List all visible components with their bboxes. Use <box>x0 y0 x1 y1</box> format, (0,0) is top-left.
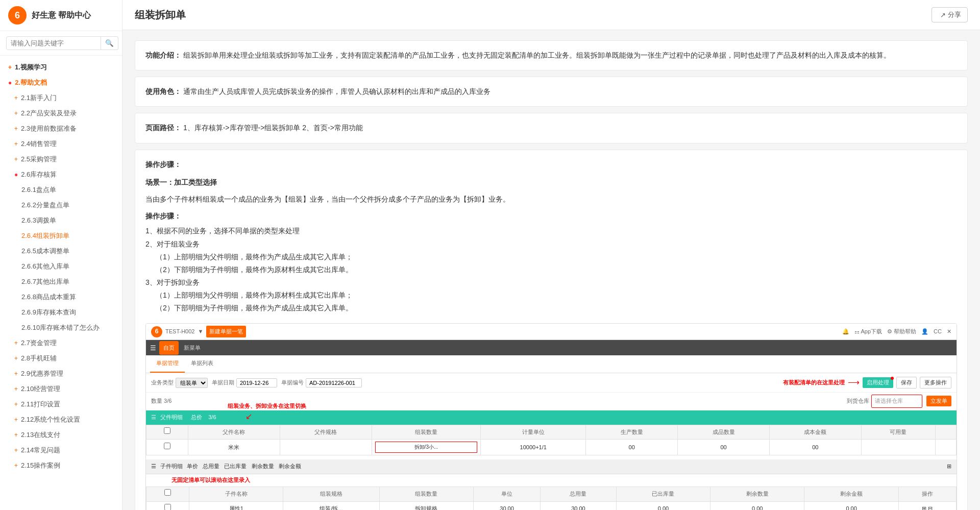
ss-num-label: 单据编号 <box>281 378 304 388</box>
page-title: 组装拆卸单 <box>135 8 186 22</box>
sidebar-item-coupon[interactable]: + 2.9优惠券管理 <box>0 366 122 381</box>
sidebar-item-finance[interactable]: + 2.7资金管理 <box>0 335 122 351</box>
ss-col2-check <box>146 487 189 502</box>
sidebar-item-other-in[interactable]: 2.6.6其他入库单 <box>0 259 122 274</box>
ss-col-assemble-qty: 组装数量 <box>372 425 481 440</box>
ss-td-cost: 00 <box>769 440 861 455</box>
sidebar: 6 好生意 帮助中心 🔍 + 1.视频学习 ● 2.帮助文档 + 2.1新手入门… <box>0 0 122 510</box>
ss-td-aqty: 拆卸/3小... 启用处理 <box>372 440 481 455</box>
ss-select-all[interactable] <box>164 427 170 434</box>
ss-tab-doc-mgr[interactable]: 单据管理 <box>150 355 185 373</box>
content-area: 功能介绍： 组装拆卸单用来处理企业组装或拆卸等加工业务，支持有固定装配清单的产品… <box>122 30 980 510</box>
ss-td-name: 米米 <box>188 440 280 455</box>
ss-nav-menu[interactable]: 新菜单 <box>180 341 205 355</box>
ss-annotation-text1: 有装配清单的在这里处理 <box>783 378 845 388</box>
ss-logo: 6 <box>151 326 162 337</box>
sidebar-item-account-err[interactable]: 2.6.10库存账本错了怎么办 <box>0 320 122 335</box>
screenshot-container: 6 TEST-H002 ▼ 新建单据一笔 🔔 ⚏ App下载 ⚙ 帮助帮助 👤 … <box>145 323 957 510</box>
ss-process-btn[interactable]: 启用处理 <box>863 377 893 388</box>
ss-col2-unit: 单位 <box>474 487 541 502</box>
ss-arrow2: ↙ <box>246 409 252 424</box>
sidebar-item-inventory[interactable]: ● 2.6库存核算 <box>0 167 122 182</box>
sidebar-item-cost-recalc[interactable]: 2.6.8商品成本重算 <box>0 289 122 305</box>
ss-col-avail: 可用量 <box>861 425 935 440</box>
ss-dropdown: ▼ <box>198 327 203 337</box>
plus-icon: + <box>14 355 18 362</box>
sidebar-item-stock-query[interactable]: 2.6.9库存账本查询 <box>0 305 122 320</box>
path-text: 1、库存核算->库存管理->组装拆卸单 2、首页->常用功能 <box>183 124 363 132</box>
ss-icon-user: 👤 <box>921 327 928 337</box>
plus-icon: + <box>14 416 18 423</box>
ss-nav-home[interactable]: 自页 <box>159 341 179 355</box>
ss-row-check[interactable] <box>164 443 170 449</box>
sidebar-item-custom[interactable]: + 2.12系统个性化设置 <box>0 412 122 427</box>
ss-section2-wrapper: ☰ 子件明细 单价 总用量 已出库量 剩余数量 剩余金额 ⊞ 无固定清单可以滚动… <box>146 459 957 487</box>
ss-date-input[interactable] <box>236 378 277 387</box>
ss-close-icon[interactable]: ✕ <box>947 327 951 337</box>
ss-type-label: 业务类型 <box>151 378 174 388</box>
search-input[interactable] <box>6 36 101 50</box>
ss-nav-logo: ☰ <box>150 342 156 354</box>
ss-section2-label: 子件明细 <box>160 462 183 472</box>
ss-field-num: 单据编号 <box>281 378 362 388</box>
scene1-step3: 3、对于拆卸业务 <box>145 276 957 289</box>
scene1-step2-2: （2）下部明细为子件明细，最终作为原材料生成其它出库单。 <box>156 263 957 276</box>
share-button[interactable]: ↗ 分享 <box>932 7 968 22</box>
ss-td2-amt: 0.00 <box>804 501 898 510</box>
sidebar-item-cases[interactable]: + 2.15操作案例 <box>0 458 122 473</box>
steps-title: 操作步骤： <box>145 158 957 171</box>
sidebar-item-stocktake[interactable]: 2.6.1盘点单 <box>0 182 122 198</box>
table-row: 属性1 组装/拆... 拆卸规格 30.00 30.00 0.00 0.00 0… <box>146 501 957 510</box>
ss-row2-check[interactable] <box>164 504 171 510</box>
ss-table2-container: 子件名称 组装规格 组装数量 单位 总用量 已出库量 剩余数量 剩余金额 操作 <box>146 487 957 510</box>
sidebar-item-sales[interactable]: + 2.4销售管理 <box>0 136 122 152</box>
ss-more-btn[interactable]: 更多操作 <box>920 377 951 388</box>
ss-col-prod-qty: 生产数量 <box>586 425 678 440</box>
ss-save-btn[interactable]: 保存 <box>896 377 917 388</box>
intro-text: 组装拆卸单用来处理企业组装或拆卸等加工业务，支持有固定装配清单的产品加工业务，也… <box>183 51 891 59</box>
ss-num-input[interactable] <box>306 378 362 387</box>
sidebar-item-cost-adjust[interactable]: 2.6.5成本调整单 <box>0 244 122 259</box>
ss-total: 总价 3/6 <box>191 412 216 423</box>
sidebar-item-install[interactable]: + 2.2产品安装及登录 <box>0 106 122 121</box>
plus-icon: + <box>14 385 18 393</box>
minus-icon: ● <box>14 171 18 178</box>
ss-tab-bar: 单据管理 单据列表 <box>146 355 957 373</box>
search-button[interactable]: 🔍 <box>101 36 118 50</box>
sidebar-item-help-docs[interactable]: ● 2.帮助文档 <box>0 75 122 90</box>
ss-confirm-btn[interactable]: 立发单 <box>926 396 951 406</box>
sidebar-item-data-prep[interactable]: + 2.3使用前数据准备 <box>0 121 122 136</box>
ss-select-all2[interactable] <box>164 489 171 496</box>
sidebar-item-purchase[interactable]: + 2.5采购管理 <box>0 152 122 167</box>
table-row: 米米 拆卸/3小... 启用处理 10000+1/1 00 00 <box>146 440 957 455</box>
ss-col2-spec: 组装规格 <box>283 487 379 502</box>
ss-date-label: 单据日期 <box>212 378 234 388</box>
nav-tree: + 1.视频学习 ● 2.帮助文档 + 2.1新手入门 + 2.2产品安装及登录… <box>0 56 122 510</box>
ss-tab-doc-list[interactable]: 单据列表 <box>185 355 219 373</box>
intro-card: 功能介绍： 组装拆卸单用来处理企业组装或拆卸等加工业务，支持有固定装配清单的产品… <box>135 40 968 70</box>
ss-warehouse-input[interactable]: 请选择仓库 <box>871 395 922 408</box>
plus-icon: + <box>14 447 18 454</box>
sidebar-item-ops[interactable]: + 2.10经营管理 <box>0 381 122 397</box>
ss-table1-container: 父件名称 父件规格 组装数量 计量单位 生产数量 成品数量 成本金额 可用量 <box>146 425 957 456</box>
sidebar-item-faq[interactable]: + 2.14常见问题 <box>0 443 122 458</box>
ss-td2-spec2: 拆卸规格 <box>379 501 473 510</box>
sidebar-item-other-out[interactable]: 2.6.7其他出库单 <box>0 274 122 289</box>
sidebar-item-print[interactable]: + 2.11打印设置 <box>0 397 122 412</box>
sidebar-item-allocation[interactable]: 2.6.2分量盘点单 <box>0 198 122 213</box>
ss-td-pqty: 00 <box>586 440 678 455</box>
sidebar-item-new-user[interactable]: + 2.1新手入门 <box>0 90 122 106</box>
sidebar-item-mobile[interactable]: + 2.8手机旺辅 <box>0 351 122 366</box>
plus-icon: + <box>14 125 18 132</box>
ss-col-op <box>935 425 956 440</box>
ss-type-select[interactable]: 组装单 <box>176 378 208 388</box>
plus-icon: + <box>14 339 18 347</box>
sidebar-item-transfer[interactable]: 2.6.3调拨单 <box>0 213 122 228</box>
sidebar-item-assembly[interactable]: 2.6.4组装拆卸单 <box>0 228 122 244</box>
ss-section1-wrapper: ☰ 父件明细 总价 3/6 组装业务、拆卸业务在这里切换 ↙ <box>146 410 957 425</box>
path-label: 页面路径： <box>145 124 181 132</box>
sidebar-item-video[interactable]: + 1.视频学习 <box>0 60 122 75</box>
ss-table1: 父件名称 父件规格 组装数量 计量单位 生产数量 成品数量 成本金额 可用量 <box>146 425 957 456</box>
sidebar-item-online-pay[interactable]: + 2.13在线支付 <box>0 427 122 443</box>
screenshot-inner: 6 TEST-H002 ▼ 新建单据一笔 🔔 ⚏ App下载 ⚙ 帮助帮助 👤 … <box>146 324 957 510</box>
